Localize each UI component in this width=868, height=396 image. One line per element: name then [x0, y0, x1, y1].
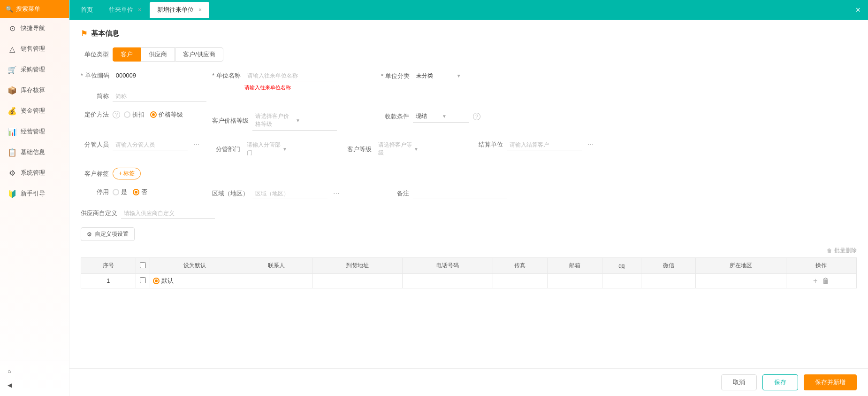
customer-level-group: 客户等级 请选择客户等级 ▼ — [343, 139, 465, 159]
select-all-checkbox[interactable] — [140, 262, 146, 268]
unit-name-input[interactable] — [244, 70, 338, 81]
col-seq: 序号 — [81, 258, 136, 274]
settlement-unit-input[interactable] — [507, 139, 582, 150]
disabled-radio-no[interactable]: 否 — [133, 188, 147, 196]
supplier-custom-group: 供应商自定义 — [81, 208, 240, 219]
pricing-radio-level[interactable]: 价格等级 — [150, 110, 183, 119]
row-ops: + 🗑 — [786, 274, 856, 288]
customer-price-level-placeholder: 请选择客户价格等级 — [255, 112, 294, 128]
customer-price-level-label: 客户价格等级 — [212, 116, 249, 125]
row-region — [696, 274, 786, 288]
region-group: 区域（地区） ··· — [212, 188, 372, 199]
payment-terms-help-icon[interactable]: ? — [473, 113, 480, 120]
sidebar-item-purchase[interactable]: 🛒采购管理 — [0, 59, 69, 80]
sidebar-item-system[interactable]: ⚙系统管理 — [0, 163, 69, 183]
remark-input[interactable] — [413, 188, 507, 199]
tab-partners-label: 往来单位 — [109, 6, 133, 14]
row-checkbox[interactable] — [140, 277, 146, 283]
unit-category-arrow: ▼ — [457, 73, 495, 78]
row-wechat — [641, 274, 696, 288]
short-name-input[interactable] — [113, 91, 206, 102]
sidebar-item-sales[interactable]: △销售管理 — [0, 39, 69, 59]
row-default-label: 默认 — [161, 277, 174, 285]
unit-category-select[interactable]: 未分类 ▼ — [413, 70, 498, 82]
sidebar-item-guide[interactable]: 🔰新手引导 — [0, 183, 69, 204]
unit-code-input[interactable] — [113, 70, 198, 81]
sidebar-icon-basic-info: 📋 — [8, 148, 17, 157]
tab-new-partner[interactable]: 新增往来单位 × — [150, 2, 209, 18]
department-group: 分管部门 请输入分管部门 ▼ — [212, 139, 334, 159]
tab-partners[interactable]: 往来单位 × — [101, 2, 149, 18]
pricing-help-icon[interactable]: ? — [113, 111, 120, 118]
main-area: 首页 往来单位 × 新增往来单位 × × ⚑ 基本信息 单位类型 客户 供应商 … — [69, 0, 868, 396]
col-address: 到货地址 — [312, 258, 403, 274]
unit-category-value: 未分类 — [416, 72, 455, 80]
manager-row: 分管人员 ··· 分管部门 请输入分管部门 ▼ 客户等级 请选择客户等级 ▼ 结… — [81, 139, 857, 159]
region-more-btn[interactable]: ··· — [331, 189, 341, 198]
sidebar-icon-system: ⚙ — [8, 168, 17, 178]
sidebar-bottom-expand[interactable]: ◀ — [0, 378, 69, 392]
row-default: 默认 — [150, 274, 240, 288]
sidebar-item-finance[interactable]: 💰资金管理 — [0, 101, 69, 121]
batch-delete-btn[interactable]: 🗑 批量删除 — [827, 247, 857, 255]
sidebar-label-finance: 资金管理 — [21, 107, 45, 115]
row-seq: 1 — [81, 274, 136, 288]
tab-new-partner-close[interactable]: × — [198, 7, 202, 13]
department-select[interactable]: 请输入分管部门 ▼ — [244, 139, 319, 159]
customer-price-level-select[interactable]: 请选择客户价格等级 ▼ — [252, 110, 337, 131]
customer-level-placeholder: 请选择客户等级 — [378, 141, 412, 157]
unit-type-row: 单位类型 客户 供应商 客户/供应商 — [81, 47, 857, 62]
save-new-button[interactable]: 保存并新增 — [804, 374, 857, 390]
row-delete-btn[interactable]: 🗑 — [822, 277, 830, 285]
col-contact: 联系人 — [240, 258, 312, 274]
tab-bar: 首页 往来单位 × 新增往来单位 × × — [69, 0, 868, 20]
col-actions: 操作 — [786, 258, 856, 274]
sidebar-item-operations[interactable]: 📊经营管理 — [0, 121, 69, 142]
unit-type-btn-group: 客户 供应商 客户/供应商 — [113, 47, 223, 62]
unit-type-btn-customer[interactable]: 客户 — [113, 47, 141, 62]
search-icon: 🔍 — [6, 6, 13, 13]
remark-label: 备注 — [381, 189, 409, 198]
sidebar-label-guide: 新手引导 — [21, 189, 45, 198]
manager-more-btn[interactable]: ··· — [191, 140, 201, 149]
add-tag-btn[interactable]: + 标签 — [113, 168, 141, 179]
row-add-btn[interactable]: + — [813, 277, 817, 285]
region-input[interactable] — [252, 188, 327, 199]
pricing-method-group: 定价方法 ? 折扣 价格等级 — [81, 110, 203, 119]
sidebar-bottom-home[interactable]: ⌂ — [0, 364, 69, 378]
sidebar-label-system: 系统管理 — [21, 169, 45, 177]
tab-home[interactable]: 首页 — [73, 6, 100, 14]
customer-tag-group: 客户标签 + 标签 — [81, 168, 203, 179]
unit-type-btn-supplier[interactable]: 供应商 — [141, 47, 175, 62]
unit-name-error: 请输入往来单位名称 — [244, 84, 291, 91]
pricing-radio-discount[interactable]: 折扣 — [124, 110, 145, 119]
payment-terms-select[interactable]: 现结 ▼ — [413, 110, 469, 123]
supplier-custom-input[interactable] — [121, 208, 215, 219]
pricing-radio-discount-dot — [124, 111, 130, 118]
tab-partners-close[interactable]: × — [138, 7, 141, 13]
sidebar-item-quick-nav[interactable]: ⊙快捷导航 — [0, 18, 69, 39]
disabled-radio-yes[interactable]: 是 — [113, 188, 127, 196]
sidebar-item-inventory[interactable]: 📦库存核算 — [0, 80, 69, 101]
settlement-more-btn[interactable]: ··· — [586, 140, 595, 149]
unit-name-label: * 单位名称 — [212, 71, 241, 80]
department-arrow: ▼ — [282, 147, 316, 152]
unit-name-group: * 单位名称 请输入往来单位名称 — [212, 70, 372, 81]
cancel-button[interactable]: 取消 — [721, 374, 757, 390]
customer-level-select[interactable]: 请选择客户等级 ▼ — [375, 139, 450, 159]
remark-group: 备注 — [381, 188, 507, 199]
payment-terms-group: 收款条件 现结 ▼ ? — [381, 110, 503, 123]
payment-terms-value: 现结 — [416, 112, 440, 120]
disabled-region-row: 停用 是 否 区域（地区） ··· 备注 — [81, 188, 857, 199]
sidebar-item-basic-info[interactable]: 📋基础信息 — [0, 142, 69, 163]
manager-input[interactable] — [113, 139, 188, 150]
save-button[interactable]: 保存 — [762, 374, 798, 390]
tab-bar-close-all[interactable]: × — [852, 5, 864, 15]
col-email: 邮箱 — [548, 258, 602, 274]
unit-type-btn-both[interactable]: 客户/供应商 — [175, 47, 223, 62]
row-contact — [240, 274, 312, 288]
sidebar-search[interactable]: 🔍 搜索菜单 — [0, 0, 69, 18]
custom-settings-btn[interactable]: ⚙ 自定义项设置 — [81, 227, 135, 241]
row-default-radio[interactable]: 默认 — [153, 277, 237, 285]
customer-price-level-arrow: ▼ — [296, 118, 334, 123]
